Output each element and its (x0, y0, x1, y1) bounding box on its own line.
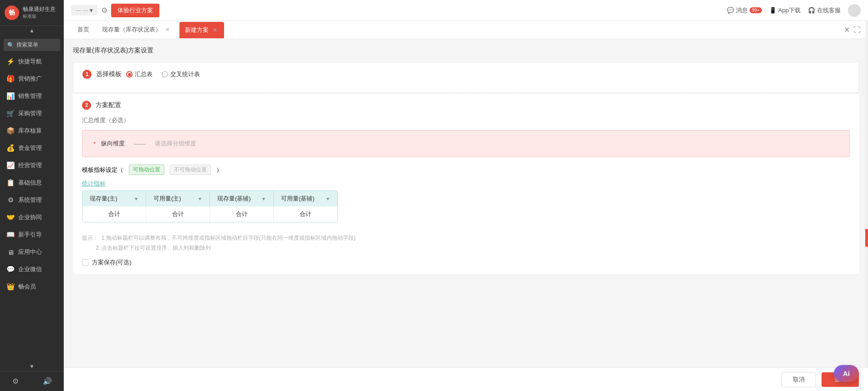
step2-header: 2 方案配置 (82, 101, 850, 110)
dimension-input-box[interactable]: * 纵向维度 —— 请选择分组维度 (82, 130, 850, 157)
cancel-button[interactable]: 取消 (781, 372, 816, 387)
guide-icon: 📖 (6, 231, 15, 239)
sidebar-item-label: 采购管理 (18, 109, 42, 118)
basic-info-icon: 📋 (6, 179, 15, 187)
indicator-table: 现存量(主) ▼ 可用量(主) ▼ 现存量(基辅) ▼ 可用量(基辅) ▼ (82, 190, 338, 222)
main-content: — — ▾ ⚙ 体验行业方案 💬 消息 99+ 📱 App下载 🎧 在线客服 (64, 0, 868, 391)
shortcut-icon: ⚡ (6, 57, 15, 66)
headset-icon: 🎧 (808, 7, 815, 14)
col-header-2[interactable]: 现存量(基辅) ▼ (210, 191, 274, 206)
page-title: 现存量(库存状况表)方案设置 (73, 46, 859, 55)
tab-close-window-icon[interactable]: ✕ (844, 26, 850, 34)
sidebar-item-label: 企业微信 (18, 265, 42, 273)
sidebar-search[interactable]: 🔍 搜索菜单 (4, 39, 60, 51)
step1-num: 1 (82, 70, 92, 79)
app-download-btn[interactable]: 📱 App下载 (769, 6, 801, 15)
col-header-label-2: 现存量(基辅) (217, 195, 251, 203)
ai-float-button[interactable]: Ai (834, 365, 859, 382)
col-header-chevron-1[interactable]: ▼ (198, 196, 202, 201)
dimension-name: 纵向维度 (101, 139, 125, 148)
step1-header: 1 选择模板 汇总表 交叉统计表 (82, 70, 849, 79)
sidebar-item-basic-info[interactable]: 📋 基础信息 (0, 174, 64, 191)
col-header-3[interactable]: 可用量(基辅) ▼ (274, 191, 337, 206)
bottom-bar: 取消 查询 (64, 367, 868, 391)
topbar-gear-icon[interactable]: ⚙ (101, 6, 107, 15)
radio-cross[interactable]: 交叉统计表 (162, 70, 200, 78)
sidebar-item-operations[interactable]: 📈 经营管理 (0, 157, 64, 174)
message-badge: 99+ (750, 7, 762, 13)
sidebar-item-wechat[interactable]: 💬 企业微信 (0, 261, 64, 278)
col-cell-2: 合计 (210, 206, 274, 222)
company-dropdown-icon: ▾ (90, 7, 93, 14)
radio-summary[interactable]: 汇总表 (126, 70, 153, 78)
sidebar-scroll-down[interactable]: ▼ (0, 362, 64, 371)
customer-service-label: 在线客服 (817, 6, 841, 15)
indicator-section-close: ） (216, 166, 222, 174)
user-avatar[interactable] (848, 4, 861, 17)
draggable-badge: 可拖动位置 (129, 165, 164, 175)
tab-inventory-close[interactable]: ✕ (164, 26, 171, 33)
customer-service-btn[interactable]: 🎧 在线客服 (808, 6, 841, 15)
step1-section: 1 选择模板 汇总表 交叉统计表 (73, 62, 859, 93)
tab-bar: 首页 现存量（库存状况表） ✕ 新建方案 ✕ ✕ ⛶ (64, 21, 868, 39)
sidebar-item-guide[interactable]: 📖 新手引导 (0, 226, 64, 243)
sidebar-item-label: 应用中心 (18, 248, 42, 256)
sidebar-item-vip[interactable]: 👑 畅会员 (0, 278, 64, 295)
save-checkbox[interactable] (82, 259, 88, 266)
sidebar-item-label: 销售管理 (18, 92, 42, 100)
sidebar-scroll-up[interactable]: ▲ (0, 26, 64, 35)
tabs-right: ✕ ⛶ (844, 26, 861, 34)
tab-expand-icon[interactable]: ⛶ (853, 26, 861, 34)
search-label: 搜索菜单 (16, 41, 38, 49)
sidebar-item-app-center[interactable]: 🖥 应用中心 (0, 243, 64, 261)
col-header-label-3: 可用量(基辅) (281, 195, 315, 203)
sidebar-item-marketing[interactable]: 🎁 营销推广 (0, 70, 64, 87)
sidebar-item-label: 快捷导航 (18, 57, 42, 66)
sidebar-item-label: 新手引导 (18, 231, 42, 239)
col-header-label-1: 可用量(主) (153, 195, 181, 203)
sidebar-item-sales[interactable]: 📊 销售管理 (0, 87, 64, 105)
template-radio-group: 汇总表 交叉统计表 (126, 70, 200, 78)
settings-bottom-icon[interactable]: ⚙ (9, 375, 22, 387)
company-selector[interactable]: — — ▾ (71, 5, 97, 15)
app-edition: 标准版 (23, 13, 56, 20)
col-cell-0: 合计 (82, 206, 146, 222)
speaker-icon[interactable]: 🔊 (39, 375, 56, 387)
sidebar-nav: ⚡ 快捷导航 🎁 营销推广 📊 销售管理 🛒 采购管理 📦 库存核算 💰 资金管… (0, 53, 64, 362)
inventory-icon: 📦 (6, 127, 15, 135)
page-content: 现存量(库存状况表)方案设置 1 选择模板 汇总表 交叉统计表 (64, 39, 868, 367)
col-header-chevron-2[interactable]: ▼ (261, 196, 266, 201)
sidebar-item-label: 营销推广 (18, 75, 42, 83)
operations-icon: 📈 (6, 161, 15, 170)
sidebar-item-enterprise[interactable]: 🤝 企业协同 (0, 209, 64, 226)
tab-home[interactable]: 首页 (71, 21, 96, 39)
enterprise-icon: 🤝 (6, 213, 15, 221)
message-btn[interactable]: 💬 消息 99+ (727, 6, 762, 15)
sidebar-item-label: 企业协同 (18, 213, 42, 221)
tab-new-close[interactable]: ✕ (211, 26, 219, 34)
col-header-1[interactable]: 可用量(主) ▼ (146, 191, 210, 206)
indicator-table-body: 合计 合计 合计 合计 (82, 206, 337, 222)
tab-inventory[interactable]: 现存量（库存状况表） ✕ (96, 21, 178, 39)
topbar: — — ▾ ⚙ 体验行业方案 💬 消息 99+ 📱 App下载 🎧 在线客服 (64, 0, 868, 21)
trial-btn[interactable]: 体验行业方案 (111, 4, 159, 17)
sidebar-item-shortcut[interactable]: ⚡ 快捷导航 (0, 53, 64, 70)
app-icon: 📱 (769, 7, 776, 14)
hints: 提示： 1.拖动标题栏可以调整布局，不可跨维度或指标区域拖动栏目字段(只能在同一… (82, 233, 850, 253)
col-header-chevron-3[interactable]: ▼ (326, 196, 330, 201)
sidebar-item-finance[interactable]: 💰 资金管理 (0, 139, 64, 157)
sidebar-item-system[interactable]: ⚙ 系统管理 (0, 191, 64, 209)
sales-icon: 📊 (6, 92, 15, 100)
sidebar-bottom: ⚙ 🔊 (0, 371, 64, 391)
col-header-0[interactable]: 现存量(主) ▼ (82, 191, 146, 206)
sidebar-item-inventory[interactable]: 📦 库存核算 (0, 122, 64, 139)
save-label: 方案保存(可选) (92, 258, 132, 267)
col-header-chevron-0[interactable]: ▼ (134, 196, 138, 201)
vip-icon: 👑 (6, 283, 15, 291)
sidebar-item-purchase[interactable]: 🛒 采购管理 (0, 105, 64, 122)
wechat-icon: 💬 (6, 265, 15, 273)
tab-new[interactable]: 新建方案 ✕ (179, 22, 224, 38)
col-header-label-0: 现存量(主) (90, 195, 117, 203)
non-draggable-badge: 不可拖动位置 (170, 165, 211, 175)
tab-home-label: 首页 (77, 26, 89, 34)
